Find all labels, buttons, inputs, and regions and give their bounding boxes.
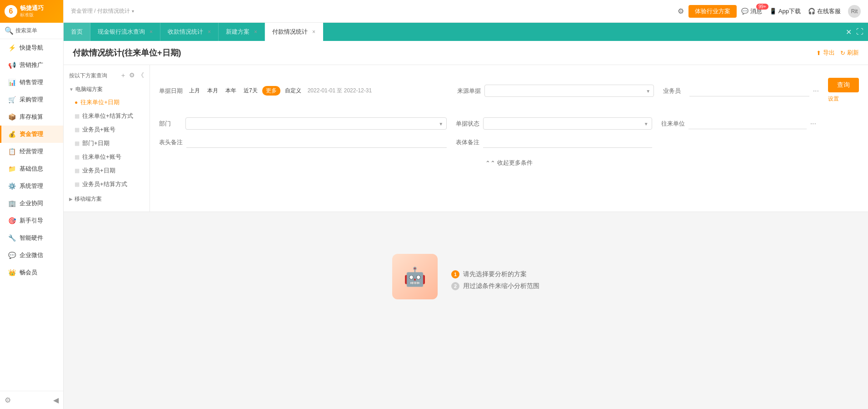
scheme-item-icon-ca: ▦ xyxy=(75,154,80,160)
app-version: 标准版 xyxy=(20,12,44,18)
scheme-item-salesperson-date[interactable]: ▦ 业务员+日期 xyxy=(64,164,150,177)
topbar-online-service[interactable]: 🎧 在线客服 xyxy=(808,7,841,15)
salesperson-more-btn[interactable]: ··· xyxy=(811,87,821,95)
sidebar-item-guide[interactable]: 🎯 新手引导 xyxy=(0,212,63,229)
avatar-text: Rit xyxy=(851,8,858,15)
dept-control xyxy=(185,117,447,130)
export-btn[interactable]: ⬆ 导出 xyxy=(816,49,835,57)
date-btn-this-month[interactable]: 本月 xyxy=(205,86,221,96)
bill-status-select-wrap xyxy=(483,117,652,130)
scheme-item-label: 往来单位+账号 xyxy=(82,153,121,161)
sidebar-item-system[interactable]: ⚙️ 系统管理 xyxy=(0,177,63,195)
sidebar-item-weixin[interactable]: 💬 企业微信 xyxy=(0,247,63,264)
filter-field-salesperson: 业务员 ··· xyxy=(663,86,821,96)
sidebar-item-label: 经营管理 xyxy=(20,147,43,156)
sidebar-settings-icon[interactable]: ⚙ xyxy=(5,396,11,404)
sidebar-item-operation[interactable]: 📋 经营管理 xyxy=(0,143,63,160)
sidebar-item-label: 快捷导航 xyxy=(20,44,43,52)
scheme-settings-btn[interactable]: ⚙ xyxy=(129,71,135,80)
page-title: 付款情况统计(往来单位+日期) xyxy=(73,47,181,65)
weixin-icon: 💬 xyxy=(8,251,16,259)
tab-collection-stats[interactable]: 收款情况统计 × xyxy=(160,23,219,41)
sidebar-item-sales[interactable]: 📊 销售管理 xyxy=(0,74,63,91)
tab-cash-bank[interactable]: 现金银行流水查询 × xyxy=(90,23,160,41)
sidebar-item-smart-hw[interactable]: 🔧 智能硬件 xyxy=(0,229,63,247)
tab-new-scheme-close[interactable]: × xyxy=(254,29,257,35)
sidebar-item-member[interactable]: 👑 畅会员 xyxy=(0,264,63,281)
scheme-item-counterpart-settlement[interactable]: ▦ 往来单位+结算方式 xyxy=(64,109,150,123)
sidebar-item-label: 系统管理 xyxy=(20,182,43,190)
scheme-collapse-btn[interactable]: 《 xyxy=(138,71,144,80)
tip-text-2: 用过滤条件来缩小分析范围 xyxy=(463,282,539,290)
tabbar-expand-icon[interactable]: ⛶ xyxy=(856,28,863,36)
scheme-item-salesperson-settlement[interactable]: ▦ 业务员+结算方式 xyxy=(64,177,150,191)
query-btn[interactable]: 查询 xyxy=(828,78,859,92)
scheme-panel: 按以下方案查询 ＋ ⚙ 《 ▼ 电脑端方案 ● 往来单位+日期 xyxy=(64,65,150,212)
search-icon: 🔍 xyxy=(5,26,14,35)
source-bill-select[interactable] xyxy=(484,85,654,97)
date-btn-last-month[interactable]: 上月 xyxy=(186,86,203,96)
body-notes-input[interactable] xyxy=(483,137,652,148)
cash-bank-tab-label: 现金银行流水查询 xyxy=(98,28,145,36)
date-btn-this-year[interactable]: 本年 xyxy=(223,86,239,96)
filter-row-3: 表头备注 表体备注 xyxy=(159,137,859,148)
scheme-item-counterpart-account[interactable]: ▦ 往来单位+账号 xyxy=(64,150,150,164)
source-bill-control xyxy=(484,85,654,97)
capital-icon: 💰 xyxy=(8,130,16,138)
sidebar-item-purchase[interactable]: 🛒 采购管理 xyxy=(0,91,63,108)
app-title-wrap: 畅捷通巧 标准版 xyxy=(20,5,44,18)
scheme-group-desktop-header[interactable]: ▼ 电脑端方案 xyxy=(64,83,150,96)
tab-payment-stats[interactable]: 付款情况统计 × xyxy=(265,23,323,41)
counterpart-input[interactable] xyxy=(688,118,807,129)
bill-status-select[interactable] xyxy=(483,117,652,130)
topbar-right: 💬 消息 99+ 📱 App下载 🎧 在线客服 Rit xyxy=(741,5,861,18)
sidebar-header: 6 畅捷通巧 标准版 xyxy=(0,0,63,23)
sidebar-item-inventory[interactable]: 📦 库存核算 xyxy=(0,108,63,126)
scheme-item-counterpart-date[interactable]: ● 往来单位+日期 xyxy=(64,96,150,109)
tabbar-close-icon[interactable]: ✕ xyxy=(846,28,852,36)
tip-num-2: 2 xyxy=(451,282,459,290)
sidebar-collapse-icon[interactable]: ◀ xyxy=(53,396,59,404)
tab-home[interactable]: 首页 xyxy=(64,23,90,41)
sidebar-item-enterprise[interactable]: 🏢 企业协同 xyxy=(0,195,63,212)
sidebar-item-marketing[interactable]: 📢 营销推广 xyxy=(0,56,63,74)
trial-btn[interactable]: 体验行业方案 xyxy=(688,5,737,18)
salesperson-input[interactable] xyxy=(689,86,809,96)
empty-tip-2: 2 用过滤条件来缩小分析范围 xyxy=(451,282,539,290)
sidebar-item-capital[interactable]: 💰 资金管理 xyxy=(0,126,63,143)
sidebar-item-label: 企业微信 xyxy=(20,251,43,259)
tab-new-scheme[interactable]: 新建方案 × xyxy=(219,23,265,41)
scheme-item-dept-date[interactable]: ▦ 部门+日期 xyxy=(64,136,150,150)
marketing-icon: 📢 xyxy=(8,61,16,69)
topbar-messages[interactable]: 💬 消息 99+ xyxy=(741,7,762,15)
dept-select[interactable] xyxy=(185,117,447,130)
tab-cash-bank-close[interactable]: × xyxy=(150,29,153,35)
counterpart-control: ··· xyxy=(688,118,818,129)
scheme-add-btn[interactable]: ＋ xyxy=(120,71,126,80)
sidebar-item-label: 新手引导 xyxy=(20,217,43,225)
sidebar-item-label: 企业协同 xyxy=(20,199,43,207)
tab-collection-stats-close[interactable]: × xyxy=(208,29,211,35)
sidebar-item-label: 库存核算 xyxy=(20,113,43,121)
collapse-conditions-btn[interactable]: ⌃⌃ 收起更多条件 xyxy=(485,159,533,167)
app-logo-icon: 6 xyxy=(5,5,17,18)
topbar-app-download[interactable]: 📱 App下载 xyxy=(769,7,801,15)
scheme-item-icon-ss: ▦ xyxy=(75,181,80,187)
scheme-group-mobile-header[interactable]: ▶ 移动端方案 xyxy=(64,193,150,205)
filter-settings-link[interactable]: 设置 xyxy=(828,94,839,104)
refresh-btn[interactable]: ↻ 刷新 xyxy=(840,49,859,57)
scheme-item-salesperson-account[interactable]: ▦ 业务员+账号 xyxy=(64,123,150,136)
counterpart-more-btn[interactable]: ··· xyxy=(808,120,818,128)
date-btn-more[interactable]: 更多 xyxy=(262,86,280,96)
topbar-dropdown-icon[interactable]: ▾ xyxy=(132,9,134,14)
search-menu[interactable]: 🔍 搜索菜单 xyxy=(0,23,63,39)
date-btn-7days[interactable]: 近7天 xyxy=(241,86,260,96)
topbar-settings-icon[interactable]: ⚙ xyxy=(678,7,684,15)
header-notes-input[interactable] xyxy=(186,137,447,148)
sidebar-item-quick-nav[interactable]: ⚡ 快捷导航 xyxy=(0,39,63,56)
date-btn-custom[interactable]: 自定义 xyxy=(282,86,304,96)
user-avatar[interactable]: Rit xyxy=(848,5,861,18)
salesperson-control: ··· xyxy=(689,86,821,96)
tab-payment-stats-close[interactable]: × xyxy=(312,29,315,35)
sidebar-item-basic-info[interactable]: 📁 基础信息 xyxy=(0,160,63,177)
